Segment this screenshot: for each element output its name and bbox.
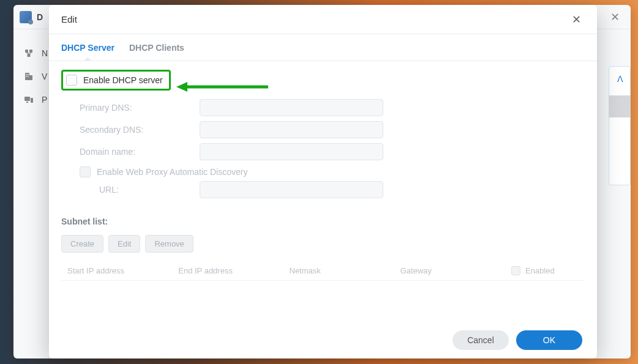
svg-rect-7 — [26, 76, 28, 77]
enable-dhcp-label: Enable DHCP server — [83, 75, 163, 85]
svg-rect-3 — [25, 73, 29, 80]
subnet-button-row: Create Edit Remove — [61, 235, 585, 253]
sidebar-item-label: P — [42, 95, 47, 105]
tab-dhcp-clients[interactable]: DHCP Clients — [129, 35, 184, 60]
cancel-button[interactable]: Cancel — [452, 330, 509, 350]
svg-rect-10 — [31, 98, 33, 103]
svg-rect-0 — [25, 50, 28, 53]
subnet-table-header: Start IP address End IP address Netmask … — [61, 261, 585, 281]
app-icon — [20, 11, 32, 23]
web-proxy-label: Enable Web Proxy Automatic Discovery — [97, 167, 247, 177]
right-panel-gray-block — [609, 95, 631, 117]
main-window-close-icon[interactable]: ✕ — [606, 9, 625, 25]
primary-dns-input[interactable] — [200, 99, 383, 116]
svg-rect-5 — [26, 74, 28, 75]
th-start-ip: Start IP address — [67, 266, 178, 275]
dialog-title: Edit — [61, 14, 77, 24]
enabled-header-checkbox[interactable] — [511, 266, 520, 275]
svg-rect-2 — [28, 54, 31, 57]
url-label: URL: — [99, 185, 200, 195]
svg-marker-13 — [176, 82, 187, 92]
th-netmask: Netmask — [290, 266, 400, 275]
svg-rect-11 — [26, 102, 28, 103]
tab-bar: DHCP Server DHCP Clients — [49, 34, 597, 61]
secondary-dns-row: Secondary DNS: — [80, 119, 585, 141]
main-window-title: D — [37, 12, 43, 22]
dialog-footer: Cancel OK — [49, 322, 597, 358]
devices-icon — [23, 94, 34, 105]
web-proxy-checkbox[interactable] — [80, 166, 91, 177]
remove-button[interactable]: Remove — [145, 235, 193, 253]
th-enabled: Enabled — [511, 266, 579, 275]
dialog-header: Edit ✕ — [49, 5, 597, 34]
edit-button[interactable]: Edit — [108, 235, 140, 253]
building-icon — [23, 71, 34, 82]
svg-rect-6 — [28, 74, 29, 75]
chevron-up-icon[interactable]: ᐱ — [617, 74, 623, 84]
svg-rect-9 — [24, 97, 30, 101]
th-enabled-label: Enabled — [525, 266, 555, 275]
sidebar-item-label: V — [42, 72, 47, 81]
svg-rect-8 — [28, 76, 29, 77]
arrow-annotation-icon — [176, 81, 268, 93]
url-row: URL: — [80, 181, 585, 198]
close-icon[interactable]: ✕ — [568, 10, 585, 29]
edit-dialog: Edit ✕ DHCP Server DHCP Clients Enable D… — [49, 5, 597, 358]
subnet-list-heading: Subnet list: — [61, 217, 585, 226]
domain-name-input[interactable] — [200, 143, 383, 160]
ok-button[interactable]: OK — [516, 330, 582, 350]
th-end-ip: End IP address — [178, 266, 289, 275]
enable-dhcp-highlight: Enable DHCP server — [61, 70, 171, 91]
th-gateway: Gateway — [400, 266, 511, 275]
primary-dns-row: Primary DNS: — [80, 97, 585, 119]
svg-rect-1 — [29, 50, 32, 53]
right-panel — [609, 66, 631, 185]
sidebar-item-label: N — [42, 48, 48, 58]
secondary-dns-label: Secondary DNS: — [80, 125, 200, 135]
create-button[interactable]: Create — [61, 235, 103, 253]
dialog-body: Enable DHCP server Primary DNS: Secondar… — [49, 61, 597, 322]
secondary-dns-input[interactable] — [200, 121, 383, 138]
enable-dhcp-checkbox[interactable] — [66, 75, 77, 86]
tab-dhcp-server[interactable]: DHCP Server — [61, 35, 114, 60]
dhcp-form: Primary DNS: Secondary DNS: Domain name:… — [61, 97, 585, 198]
domain-name-row: Domain name: — [80, 141, 585, 163]
primary-dns-label: Primary DNS: — [80, 103, 200, 113]
svg-rect-4 — [29, 75, 32, 80]
domain-name-label: Domain name: — [80, 147, 200, 157]
network-icon — [23, 48, 34, 59]
web-proxy-row: Enable Web Proxy Automatic Discovery — [80, 166, 585, 177]
url-input[interactable] — [200, 181, 383, 198]
